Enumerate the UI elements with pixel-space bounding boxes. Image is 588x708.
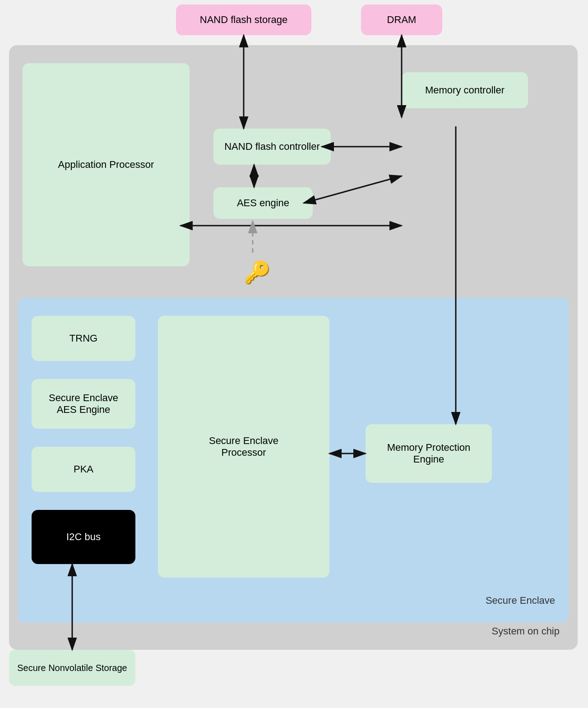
se-aes-engine-label: Secure EnclaveAES Engine xyxy=(49,392,118,416)
trng-box: TRNG xyxy=(32,316,135,361)
aes-engine-label: AES engine xyxy=(237,197,289,209)
snvs-box: Secure Nonvolatile Storage xyxy=(9,650,135,686)
nand-flash-storage-label: NAND flash storage xyxy=(200,14,287,26)
app-processor-label: Application Processor xyxy=(58,159,154,171)
dram-box: DRAM xyxy=(361,5,442,35)
nand-flash-controller-label: NAND flash controller xyxy=(224,141,320,153)
pka-label: PKA xyxy=(74,463,93,475)
app-processor-box: Application Processor xyxy=(23,63,190,266)
memory-controller-label: Memory controller xyxy=(425,84,505,96)
soc-area: Application Processor Memory controller … xyxy=(9,45,578,650)
sep-box: Secure EnclaveProcessor xyxy=(158,316,329,578)
dram-label: DRAM xyxy=(387,14,417,26)
mpe-label: Memory ProtectionEngine xyxy=(387,442,471,465)
soc-label: System on chip xyxy=(492,625,560,637)
memory-controller-box: Memory controller xyxy=(402,72,528,108)
aes-engine-box: AES engine xyxy=(213,187,313,219)
nand-flash-controller-box: NAND flash controller xyxy=(213,129,331,165)
snvs-label: Secure Nonvolatile Storage xyxy=(17,663,127,673)
i2c-bus-label: I2C bus xyxy=(66,531,101,543)
nand-flash-storage-box: NAND flash storage xyxy=(176,5,311,35)
se-aes-engine-box: Secure EnclaveAES Engine xyxy=(32,379,135,429)
secure-enclave-label: Secure Enclave xyxy=(486,595,555,606)
mpe-box: Memory ProtectionEngine xyxy=(366,424,492,483)
diagram-root: NAND flash storage DRAM Application Proc… xyxy=(0,0,588,708)
sep-label: Secure EnclaveProcessor xyxy=(209,435,278,458)
i2c-bus-box: I2C bus xyxy=(32,510,135,564)
pka-box: PKA xyxy=(32,447,135,492)
trng-label: TRNG xyxy=(69,333,97,344)
secure-enclave-area: TRNG Secure EnclaveAES Engine PKA I2C bu… xyxy=(18,298,569,623)
